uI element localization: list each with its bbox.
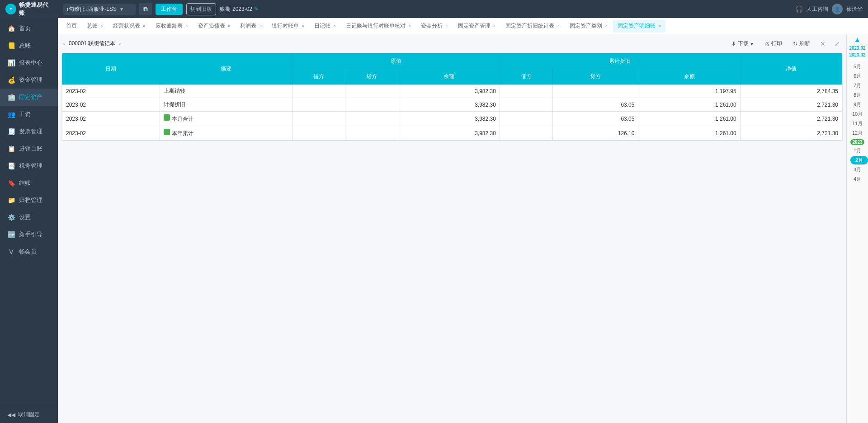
timeline-month-7月[interactable]: 7月 [849, 81, 866, 90]
dropdown-arrow-icon: ▾ [750, 41, 753, 47]
cell-date: 2023-02 [62, 112, 160, 126]
timeline-panel: ▲ 2023.02 2023.02 5月6月7月8月9月10月11月12月202… [846, 34, 868, 423]
tab-固定资产折旧统计表[interactable]: 固定资产折旧统计表× [501, 20, 564, 33]
timeline-month-1月[interactable]: 1月 [849, 146, 866, 155]
sidebar-item-报表中心[interactable]: 📊报表中心 [0, 54, 58, 71]
tab-日记账[interactable]: 日记账× [310, 20, 340, 33]
th-orig-credit: 贷方 [345, 69, 398, 85]
timeline-month-3月[interactable]: 3月 [849, 165, 866, 174]
timeline-month-2月[interactable]: 2月 [850, 156, 868, 164]
tabbar: 首页总账×经营状况表×应收账龄表×资产负债表×利润表×银行对账单×日记账×日记账… [58, 18, 868, 34]
sidebar-item-发票管理[interactable]: 🧾发票管理 [0, 123, 58, 140]
tab-close-icon[interactable]: × [658, 24, 661, 28]
tab-固定资产类别[interactable]: 固定资产类别× [565, 20, 612, 33]
timeline-up-button[interactable]: ▲ [854, 36, 861, 43]
timeline-month-9月[interactable]: 9月 [849, 100, 866, 109]
timeline-month-6月[interactable]: 6月 [849, 71, 866, 81]
tab-固定资产管理[interactable]: 固定资产管理× [453, 20, 500, 33]
tab-close-icon[interactable]: × [100, 24, 103, 28]
tab-close-icon[interactable]: × [143, 24, 146, 28]
download-button[interactable]: ⬇ 下载 ▾ [728, 38, 757, 49]
cell-orig-balance: 3,982.30 [398, 85, 500, 98]
cell-orig-credit [345, 98, 398, 112]
tab-经营状况表[interactable]: 经营状况表× [108, 20, 150, 33]
sidebar-item-税务管理[interactable]: 📑税务管理 [0, 157, 58, 174]
table-row: 2023-02 本月合计 3,982.30 63.05 1,261.00 2,7… [62, 112, 842, 126]
th-original-value: 原值 [292, 54, 500, 69]
timeline-month-12月[interactable]: 12月 [849, 128, 866, 138]
refresh-icon: ↻ [793, 41, 797, 47]
tab-日记账与银行对账单核对[interactable]: 日记账与银行对账单核对× [341, 20, 415, 33]
tab-首页[interactable]: 首页 [61, 20, 81, 33]
sidebar-item-总账[interactable]: 📒总账 [0, 37, 58, 54]
cell-orig-balance: 3,982.30 [398, 126, 500, 141]
print-button[interactable]: 🖨 打印 [760, 38, 786, 49]
tab-固定资产明细账[interactable]: 固定资产明细账× [613, 20, 665, 33]
sidebar-item-label: 总账 [19, 42, 31, 50]
cell-orig-credit [345, 126, 398, 141]
tab-利润表[interactable]: 利润表× [236, 20, 266, 33]
sidebar-item-固定资产[interactable]: 🏢固定资产 [0, 89, 58, 106]
sidebar-item-工资[interactable]: 👥工资 [0, 106, 58, 123]
page-close-button[interactable]: ✕ [817, 38, 828, 49]
cell-accum-balance: 1,197.95 [638, 85, 740, 98]
timeline-month-4月[interactable]: 4月 [849, 174, 866, 184]
sidebar-item-畅会员[interactable]: V畅会员 [0, 243, 58, 260]
tab-label: 总账 [87, 22, 98, 30]
tab-label: 固定资产折旧统计表 [505, 22, 554, 30]
tab-close-icon[interactable]: × [605, 24, 608, 28]
sidebar-item-归档管理[interactable]: 📁归档管理 [0, 192, 58, 209]
cell-accum-debit [500, 126, 552, 141]
sidebar-item-首页[interactable]: 🏠首页 [0, 20, 58, 37]
page-maximize-button[interactable]: ⤢ [832, 38, 843, 49]
tab-close-icon[interactable]: × [185, 24, 188, 28]
breadcrumb-prev-icon[interactable]: ＜ [61, 41, 66, 47]
copy-icon-btn[interactable]: ⧉ [139, 3, 152, 15]
tab-label: 资产负债表 [198, 22, 225, 30]
breadcrumb-next-icon[interactable]: ＞ [118, 41, 123, 47]
tab-close-icon[interactable]: × [493, 24, 496, 28]
tab-close-icon[interactable]: × [302, 24, 304, 28]
tab-close-icon[interactable]: × [259, 24, 262, 28]
timeline-month-8月[interactable]: 8月 [849, 90, 866, 100]
tab-label: 日记账与银行对账单核对 [346, 22, 406, 30]
refresh-label: 刷新 [799, 40, 810, 47]
company-selector[interactable]: (勾稽) 江西服业-LSS ▼ [63, 4, 136, 15]
tab-close-icon[interactable]: × [228, 24, 231, 28]
timeline-top-dates: 2023.02 2023.02 [847, 43, 868, 60]
tab-资产负债表[interactable]: 资产负债表× [193, 20, 235, 33]
th-net-value: 净值 [740, 54, 842, 85]
cell-accum-credit: 63.05 [552, 112, 638, 126]
sidebar-item-资金管理[interactable]: 💰资金管理 [0, 71, 58, 89]
sidebar-item-设置[interactable]: ⚙️设置 [0, 209, 58, 226]
refresh-button[interactable]: ↻ 刷新 [789, 38, 814, 49]
switch-old-button[interactable]: 切到旧版 [186, 3, 216, 15]
period-display: 账期 2023-02 ✎ [220, 5, 259, 13]
period-edit-icon[interactable]: ✎ [254, 6, 259, 12]
tab-应收账龄表[interactable]: 应收账龄表× [151, 20, 193, 33]
sidebar-item-进销台账[interactable]: 📋进销台账 [0, 140, 58, 157]
workbench-button[interactable]: 工作台 [156, 4, 183, 15]
tab-close-icon[interactable]: × [445, 24, 448, 28]
sidebar-unpin-btn[interactable]: ◀◀ 取消固定 [0, 406, 58, 423]
tab-close-icon[interactable]: × [333, 24, 336, 28]
timeline-month-10月[interactable]: 10月 [849, 109, 866, 119]
timeline-month-11月[interactable]: 11月 [849, 119, 866, 128]
sidebar-item-新手引导[interactable]: 🆕新手引导 [0, 226, 58, 243]
tab-close-icon[interactable]: × [408, 24, 411, 28]
sidebar-bottom-label: 取消固定 [18, 411, 40, 418]
table-row: 2023-02 上期结转 3,982.30 1,197.95 2,784.35 [62, 85, 842, 98]
tab-银行对账单[interactable]: 银行对账单× [267, 20, 309, 33]
cell-orig-credit [345, 112, 398, 126]
timeline-year-badge: 2023 [850, 139, 864, 145]
tab-close-icon[interactable]: × [557, 24, 560, 28]
user-avatar[interactable]: 👤 [832, 4, 843, 14]
cell-date: 2023-02 [62, 98, 160, 112]
human-service-label[interactable]: 人工咨询 [807, 5, 828, 13]
row-tag-icon [164, 129, 170, 135]
sidebar-item-结账[interactable]: 🔖结账 [0, 174, 58, 192]
sidebar-icon: 📑 [7, 162, 15, 170]
timeline-month-5月[interactable]: 5月 [849, 62, 866, 71]
tab-总账[interactable]: 总账× [82, 20, 108, 33]
tab-资金分析[interactable]: 资金分析× [416, 20, 453, 33]
